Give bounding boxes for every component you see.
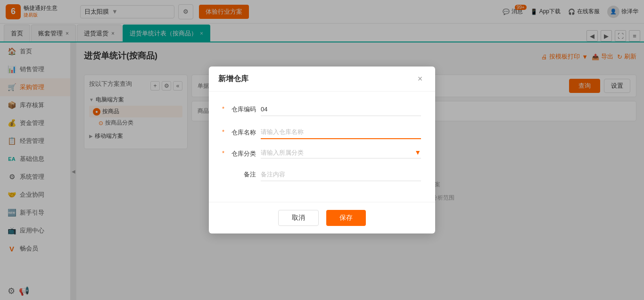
form-row-note: 备注 — [223, 168, 421, 181]
form-code-input[interactable] — [261, 103, 421, 116]
modal-close-button[interactable]: × — [414, 73, 426, 84]
modal-header: 新增仓库 × — [209, 67, 435, 92]
form-row-code: 仓库编码 — [223, 103, 421, 116]
modal-footer: 取消 保存 — [209, 202, 435, 233]
form-note-label: 备注 — [223, 170, 261, 179]
modal-title: 新增仓库 — [218, 74, 248, 84]
category-dropdown-icon: ▼ — [414, 149, 421, 156]
save-button[interactable]: 保存 — [326, 210, 366, 226]
form-row-category: 仓库分类 ▼ — [223, 149, 421, 158]
modal-overlay: 新增仓库 × 仓库编码 仓库名称 仓库分类 ▼ — [0, 0, 644, 300]
form-name-input[interactable] — [261, 125, 421, 139]
form-category-select[interactable]: ▼ — [261, 149, 421, 158]
form-category-label: 仓库分类 — [223, 150, 261, 158]
form-note-input[interactable] — [261, 168, 421, 181]
cancel-button[interactable]: 取消 — [278, 210, 319, 226]
modal-body: 仓库编码 仓库名称 仓库分类 ▼ 备注 — [209, 92, 435, 202]
form-name-label: 仓库名称 — [223, 128, 261, 137]
form-category-input[interactable] — [261, 149, 414, 156]
form-row-name: 仓库名称 — [223, 125, 421, 139]
form-code-label: 仓库编码 — [223, 105, 261, 114]
modal-new-warehouse: 新增仓库 × 仓库编码 仓库名称 仓库分类 ▼ — [209, 67, 435, 233]
